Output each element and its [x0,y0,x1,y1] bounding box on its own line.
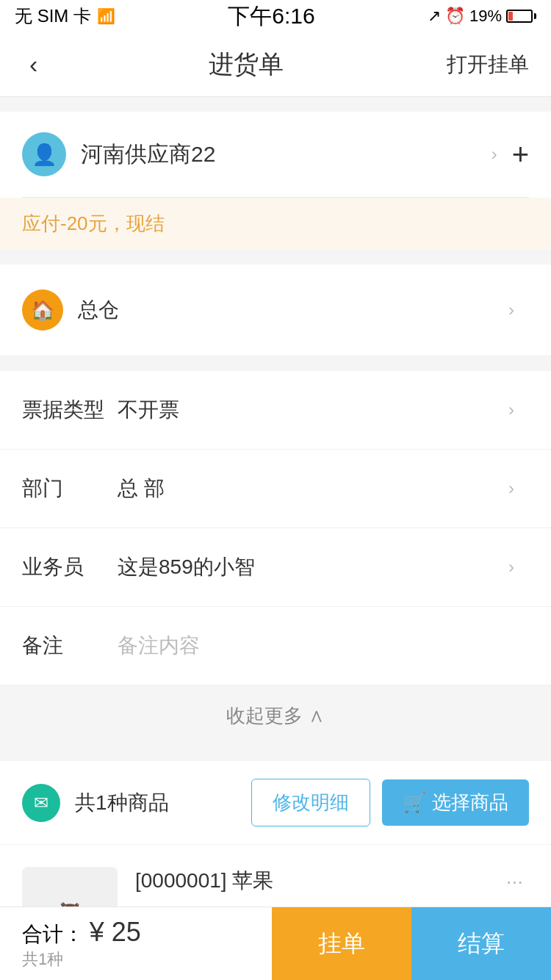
avatar-icon: 👤 [32,143,57,167]
product-icon-symbol: ✉ [34,793,48,813]
bottom-bar: 合计： ¥ 25 共1种 挂单 结算 [0,907,551,980]
supplier-avatar: 👤 [22,132,66,176]
sales-row[interactable]: 业务员 这是859的小智 › [0,528,551,607]
nav-bar: ‹ 进货单 打开挂单 [0,32,551,97]
warehouse-chevron: › [508,300,514,320]
hang-order-button[interactable]: 挂单 [272,907,411,980]
checkout-button[interactable]: 结算 [411,907,551,980]
alarm-icon: ⏰ [445,7,465,26]
page-title: 进货单 [209,48,284,82]
cart-icon: 🛒 [403,791,426,814]
remark-label: 备注 [22,632,118,660]
add-button[interactable]: + [512,138,529,171]
warehouse-icon: 🏠 [22,289,63,331]
battery-icon [506,10,536,23]
dept-chevron: › [508,478,514,499]
total-section: 合计： ¥ 25 共1种 [0,917,272,970]
collapse-button[interactable]: 收起更多 ∧ [0,685,551,746]
notice-bar: 应付-20元，现结 [0,198,551,250]
gap-3 [0,356,551,371]
remark-row[interactable]: 备注 备注内容 [0,607,551,685]
dept-label: 部门 [22,475,118,502]
total-amount: ¥ 25 [90,917,141,947]
invoice-row[interactable]: 票据类型 不开票 › [0,371,551,450]
dept-row[interactable]: 部门 总 部 › [0,450,551,528]
sales-label: 业务员 [22,553,118,581]
open-pending-button[interactable]: 打开挂单 [447,51,529,79]
gap-1 [0,97,551,112]
gap-4 [0,746,551,761]
warehouse-row[interactable]: 🏠 总仓 › [0,264,551,356]
invoice-value: 不开票 [118,396,508,424]
remark-input[interactable]: 备注内容 [118,632,529,660]
wifi-icon: 📶 [97,7,115,25]
warehouse-name: 总仓 [78,296,508,324]
total-row: 合计： ¥ 25 [22,917,250,948]
dept-value: 总 部 [118,475,508,502]
product-more-button[interactable]: ··· [500,867,529,896]
product-name: [0000001] 苹果 [135,867,500,895]
supplier-row[interactable]: 👤 河南供应商22 › + [0,112,551,197]
invoice-label: 票据类型 [22,396,118,424]
gap-2 [0,250,551,264]
notice-text: 应付-20元，现结 [22,212,165,234]
sales-chevron: › [508,557,514,577]
warehouse-section: 🏠 总仓 › [0,264,551,356]
time-display: 下午6:16 [228,1,314,32]
supplier-section: 👤 河南供应商22 › + 应付-20元，现结 [0,112,551,250]
select-product-label: 选择商品 [432,790,508,815]
invoice-section: 票据类型 不开票 › 部门 总 部 › 业务员 这是859的小智 › 备注 备注… [0,371,551,685]
product-icon: ✉ [22,784,60,822]
battery-percent: 19% [469,7,502,26]
total-label: 合计： [22,923,84,945]
location-icon: ↗ [428,7,441,26]
supplier-chevron: › [491,144,497,165]
carrier-text: 无 SIM 卡 [15,4,91,28]
edit-detail-button[interactable]: 修改明细 [251,779,370,826]
back-button[interactable]: ‹ [22,43,45,86]
sales-value: 这是859的小智 [118,553,508,581]
product-header: ✉ 共1种商品 修改明细 🛒 选择商品 [0,761,551,845]
status-right: ↗ ⏰ 19% [428,7,536,26]
supplier-name: 河南供应商22 [81,140,491,170]
select-product-button[interactable]: 🛒 选择商品 [382,779,529,826]
total-sub: 共1种 [22,948,250,970]
product-count: 共1种商品 [75,789,251,817]
status-bar: 无 SIM 卡 📶 下午6:16 ↗ ⏰ 19% [0,0,551,32]
collapse-label: 收起更多 ∧ [226,703,324,729]
invoice-chevron: › [508,400,514,420]
status-left: 无 SIM 卡 📶 [15,4,115,28]
